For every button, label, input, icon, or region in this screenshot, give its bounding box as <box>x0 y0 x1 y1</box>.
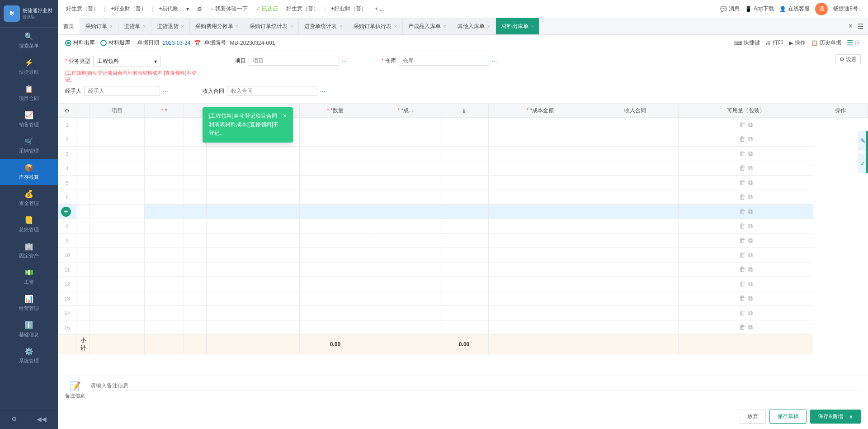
tab-purchase-expense[interactable]: 采购费用分摊单 × <box>190 18 245 34</box>
cell[interactable] <box>440 118 488 132</box>
tab-close-goods-stats[interactable]: × <box>340 24 342 29</box>
nav-haoyecai2[interactable]: +好业财（普） <box>328 4 369 14</box>
cell[interactable]: 🗑⧉ <box>679 234 813 248</box>
th-cost-info[interactable]: ℹ <box>440 104 488 118</box>
cell-active[interactable] <box>592 205 679 219</box>
cell[interactable] <box>184 306 207 320</box>
topbar-online-service[interactable]: 👤 在线客服 <box>779 5 810 13</box>
cell[interactable] <box>440 190 488 205</box>
cell-active[interactable]: 🗑⧉ <box>679 205 813 219</box>
collapse-icon[interactable]: ◀◀ <box>35 414 48 424</box>
list-view-btn[interactable]: ☰ <box>847 38 853 47</box>
cell-active[interactable] <box>90 205 145 219</box>
cell[interactable] <box>371 147 440 161</box>
cell[interactable] <box>371 190 440 205</box>
cell[interactable] <box>299 234 371 248</box>
cell[interactable] <box>592 161 679 176</box>
cell[interactable] <box>90 147 145 161</box>
cell[interactable] <box>76 306 90 320</box>
cell[interactable] <box>90 291 145 306</box>
tab-close-goods-receipt[interactable]: × <box>143 24 146 29</box>
cell[interactable] <box>90 248 145 262</box>
cell[interactable] <box>440 262 488 277</box>
cell[interactable]: 🗑⧉ <box>679 248 813 262</box>
copy-row-icon[interactable]: ⧉ <box>748 193 753 201</box>
cell[interactable] <box>371 176 440 190</box>
cell[interactable] <box>76 176 90 190</box>
sidebar-item-sales[interactable]: 📈 销售管理 <box>0 106 58 133</box>
sidebar-item-project[interactable]: 📋 项目合同 <box>0 80 58 106</box>
cell[interactable] <box>90 320 145 335</box>
cell[interactable] <box>144 190 184 205</box>
cell[interactable] <box>592 234 679 248</box>
cell[interactable] <box>144 248 184 262</box>
cell[interactable]: 🗑⧉ <box>679 147 813 161</box>
tab-purchase-order[interactable]: 采购订单 × <box>80 18 118 34</box>
cell[interactable]: 🗑⧉ <box>679 306 813 320</box>
cell[interactable] <box>488 291 592 306</box>
user-name[interactable]: 畅捷通8号... <box>833 5 863 13</box>
tab-goods-receipt[interactable]: 进货单 × <box>118 18 151 34</box>
cell[interactable] <box>76 118 90 132</box>
notes-input[interactable] <box>90 381 861 391</box>
delete-row-icon[interactable]: 🗑 <box>739 121 745 129</box>
copy-row-icon[interactable]: ⧉ <box>748 150 753 157</box>
cell[interactable] <box>299 306 371 320</box>
delete-row-icon[interactable]: 🗑 <box>739 179 745 186</box>
cell[interactable] <box>440 132 488 147</box>
cell[interactable] <box>592 132 679 147</box>
cell[interactable]: 🗑⧉ <box>679 277 813 291</box>
delete-row-icon[interactable]: 🗑 <box>739 164 745 172</box>
cell[interactable] <box>440 277 488 291</box>
tab-close-all[interactable]: × <box>848 21 854 31</box>
cell[interactable] <box>592 320 679 335</box>
cell[interactable] <box>76 132 90 147</box>
cell[interactable] <box>76 147 90 161</box>
cell[interactable] <box>184 176 207 190</box>
warehouse-input[interactable] <box>399 56 489 66</box>
cell[interactable] <box>184 219 207 234</box>
tooltip-close-btn[interactable]: × <box>283 111 287 121</box>
date-value[interactable]: 2023-03-24 <box>163 40 190 46</box>
tab-close-purchase-stats[interactable]: × <box>290 24 293 29</box>
tab-close-goods-return[interactable]: × <box>181 24 184 29</box>
cell[interactable] <box>144 132 184 147</box>
tab-finished-goods[interactable]: 产成品入库单 × <box>403 18 452 34</box>
cell[interactable]: 🗑⧉ <box>679 320 813 335</box>
cell[interactable] <box>488 132 592 147</box>
cell[interactable] <box>371 219 440 234</box>
cell[interactable] <box>592 277 679 291</box>
cell[interactable] <box>90 176 145 190</box>
cell[interactable]: 🗑⧉ <box>679 262 813 277</box>
delete-row-icon[interactable]: 🗑 <box>739 324 745 331</box>
tab-close-purchase-order[interactable]: × <box>110 24 113 29</box>
cell[interactable] <box>371 262 440 277</box>
calendar-icon[interactable]: 📅 <box>194 40 201 46</box>
nav-haoshengyi[interactable]: 好生意（普） <box>63 4 101 14</box>
cell[interactable] <box>299 190 371 205</box>
business-type-select[interactable]: 工程领料 ▾ <box>93 56 161 67</box>
cell[interactable] <box>144 219 184 234</box>
cell[interactable] <box>440 147 488 161</box>
history-btn[interactable]: 📋 历史单据 <box>811 39 841 47</box>
cell[interactable] <box>184 291 207 306</box>
cell[interactable] <box>592 262 679 277</box>
cell[interactable] <box>144 306 184 320</box>
cell[interactable] <box>371 234 440 248</box>
warehouse-dots[interactable]: ··· <box>492 57 497 64</box>
cell[interactable] <box>592 248 679 262</box>
cell[interactable] <box>76 234 90 248</box>
sidebar-item-purchase[interactable]: 🛒 采购管理 <box>0 133 58 159</box>
cell[interactable] <box>144 291 184 306</box>
cell-active[interactable] <box>371 205 440 219</box>
cell[interactable] <box>144 234 184 248</box>
cell[interactable]: 🗑⧉ <box>679 161 813 176</box>
delete-row-icon[interactable]: 🗑 <box>739 193 745 201</box>
cell[interactable]: 🗑⧉ <box>679 118 813 132</box>
sidebar-item-ledger[interactable]: 📒 总账管理 <box>0 211 58 238</box>
cell[interactable] <box>76 190 90 205</box>
cell[interactable] <box>488 262 592 277</box>
tab-close-finished-goods[interactable]: × <box>443 24 446 29</box>
settings-bottom-icon[interactable]: ⚙ <box>9 414 19 424</box>
cell[interactable] <box>90 161 145 176</box>
